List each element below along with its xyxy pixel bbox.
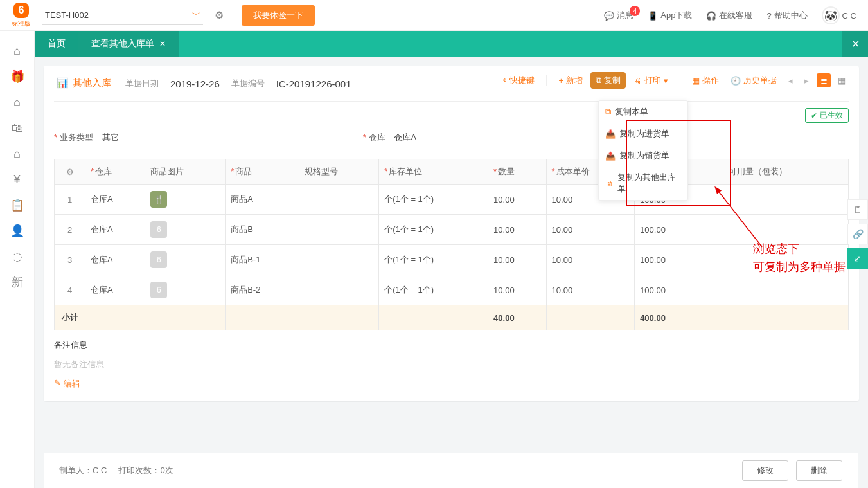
copy-purchase-label: 复制为进货单 (619, 128, 669, 140)
history-button[interactable]: 🕘 历史单据 (727, 72, 781, 89)
copy-purchase-item[interactable]: 📥 复制为进货单 (599, 123, 687, 145)
nav-bag-icon[interactable]: 🛍 (10, 121, 24, 135)
rail-link-icon[interactable]: 🔗 (847, 224, 868, 244)
cell-unit: 个(1个 = 1个) (379, 275, 488, 305)
experience-button[interactable]: 我要体验一下 (242, 5, 315, 26)
footer-meta: 制单人：C C 打印次数：0次 (59, 465, 173, 476)
nav-money-icon[interactable]: ¥ (10, 172, 24, 186)
copy-sale-item[interactable]: 📤 复制为销货单 (599, 145, 687, 167)
org-selector[interactable]: TEST-H002 ﹀ (42, 6, 203, 25)
copy-this-label: 复制本单 (615, 106, 648, 118)
help-center-button[interactable]: ? 帮助中心 (766, 10, 807, 21)
cell-spec (299, 275, 379, 305)
th-gear[interactable]: ⚙ (55, 159, 85, 185)
next-button[interactable]: ▸ (801, 73, 813, 88)
messages-button[interactable]: 💬 消息 4 (604, 10, 633, 21)
app-download-button[interactable]: 📱 App下载 (648, 10, 692, 21)
top-right: 💬 消息 4 📱 App下载 🎧 在线客服 ? 帮助中心 🐼 C C (604, 0, 856, 31)
biz-type-field: *业务类型 其它 (54, 132, 119, 143)
cell-product: 商品A (226, 185, 299, 215)
ops-button[interactable]: ▦ 操作 (688, 72, 723, 89)
copy-this-item[interactable]: ⧉ 复制本单 (599, 101, 687, 123)
cell-cost-amount: 100.00 (635, 215, 723, 245)
doc-type-label: 其他入库 (73, 77, 111, 89)
remark-edit-button[interactable]: ✎ 编辑 (54, 378, 80, 390)
tab-view-other-in[interactable]: 查看其他入库单 ✕ (78, 31, 179, 57)
copy-button[interactable]: ⧉ 复制 ⧉ 复制本单 📥 复制为进货单 (590, 72, 626, 89)
doc-icon: 🗎 (605, 179, 614, 188)
copy-icon: ⧉ (605, 107, 611, 117)
rail-note-icon[interactable]: 🗒 (847, 199, 868, 220)
nav-clipboard-icon[interactable]: 📋 (10, 198, 24, 212)
remark-edit-label: 编辑 (64, 378, 80, 390)
cell-image: 6 (145, 215, 226, 245)
table-row[interactable]: 2仓库A6商品B个(1个 = 1个)10.0010.00100.00 (55, 215, 849, 245)
product-image-icon: 6 (150, 221, 167, 238)
cell-warehouse: 仓库A (85, 245, 145, 275)
online-service-button[interactable]: 🎧 在线客服 (706, 10, 752, 21)
history-label: 历史单据 (743, 75, 777, 86)
phone-icon: 📱 (648, 11, 658, 21)
nav-contact-icon[interactable]: 👤 (10, 224, 24, 238)
close-icon[interactable]: ✕ (159, 39, 166, 48)
nav-house-icon[interactable]: ⌂ (10, 95, 24, 109)
grid-icon: ▦ (692, 76, 700, 86)
nav-warehouse-icon[interactable]: ⌂ (10, 147, 24, 161)
cell-warehouse: 仓库A (85, 185, 145, 215)
chat-icon: 💬 (604, 11, 614, 21)
add-button[interactable]: + 新增 (554, 72, 587, 89)
help-icon: ? (766, 11, 771, 21)
edit-icon: ✎ (54, 378, 61, 390)
gear-icon[interactable]: ⚙ (215, 9, 224, 21)
copy-dropdown: ⧉ 复制本单 📥 复制为进货单 📤 复制为销货单 (598, 100, 688, 201)
row-index: 2 (55, 215, 85, 245)
table-row[interactable]: 3仓库A6商品B-1个(1个 = 1个)10.0010.00100.00 (55, 245, 849, 275)
table-row[interactable]: 1仓库A🍴商品A个(1个 = 1个)10.0010.00100.00 (55, 185, 849, 215)
copy-icon: ⧉ (596, 75, 601, 86)
cell-unit: 个(1个 = 1个) (379, 245, 488, 275)
tabstrip-close-icon[interactable]: ✕ (842, 31, 868, 57)
warehouse-field: *仓库 仓库A (363, 132, 416, 143)
user-menu[interactable]: 🐼 C C (822, 6, 856, 24)
cell-qty: 10.00 (488, 215, 547, 245)
copy-other-out-item[interactable]: 🗎 复制为其他出库单 (599, 167, 687, 200)
remark-title: 备注信息 (54, 339, 849, 351)
th-spec: 规格型号 (299, 159, 379, 185)
cell-image: 6 (145, 275, 226, 305)
print-count: 0次 (160, 465, 173, 475)
footer: 制单人：C C 打印次数：0次 修改 删除 (44, 453, 858, 488)
card-view-toggle[interactable]: ▦ (835, 73, 849, 87)
logo-subtitle: 标准版 (12, 19, 31, 28)
list-view-toggle[interactable]: ≣ (817, 73, 831, 87)
table-row[interactable]: 4仓库A6商品B-2个(1个 = 1个)10.0010.00100.00 (55, 275, 849, 305)
creator: C C (93, 465, 107, 475)
nav-new-icon[interactable]: 新 (10, 275, 24, 289)
modify-button[interactable]: 修改 (742, 460, 788, 481)
subtotal-label: 小计 (55, 305, 85, 330)
nav-gift-icon[interactable]: 🎁 (10, 69, 24, 84)
rail-expand-icon[interactable]: ⤢ (847, 248, 868, 269)
prev-button[interactable]: ◂ (784, 73, 797, 88)
product-image-icon: 6 (150, 251, 167, 268)
nav-home-icon[interactable]: ⌂ (10, 44, 24, 58)
row-index: 3 (55, 245, 85, 275)
cell-available (723, 245, 848, 275)
doc-type-tab[interactable]: 📊 其他入库 (54, 73, 114, 95)
cell-product: 商品B-2 (226, 275, 299, 305)
print-button[interactable]: 🖨 打印 ▾ (630, 72, 672, 89)
copy-label: 复制 (604, 75, 621, 86)
user-name: C C (842, 11, 856, 21)
card-toolbar: ⌖ 快捷键 + 新增 ⧉ 复制 (499, 72, 849, 89)
headset-icon: 🎧 (706, 11, 716, 21)
target-icon: ⌖ (502, 75, 507, 86)
tab-home[interactable]: 首页 (35, 31, 78, 57)
status-row: ✔ 已生效 (54, 108, 849, 123)
remark-empty: 暂无备注信息 (54, 359, 849, 370)
cell-qty: 10.00 (488, 245, 547, 275)
cell-cost-price: 10.00 (546, 275, 635, 305)
biz-type-value: 其它 (102, 132, 119, 142)
cell-available (723, 215, 848, 245)
delete-button[interactable]: 删除 (796, 460, 842, 481)
shortcut-button[interactable]: ⌖ 快捷键 (499, 72, 538, 89)
nav-loading-icon[interactable]: ◌ (10, 249, 24, 264)
